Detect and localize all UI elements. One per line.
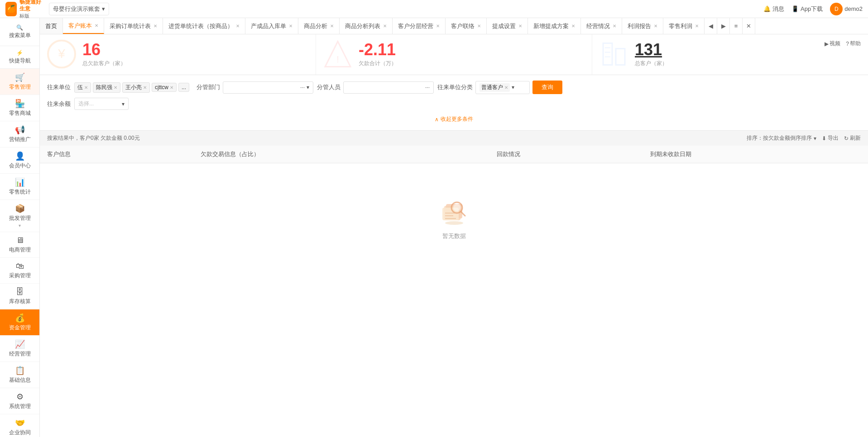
tab-product-analysis[interactable]: 商品分析 ✕ — [298, 18, 340, 34]
tab-home[interactable]: 首页 — [40, 18, 63, 34]
svg-text:!: ! — [336, 54, 339, 64]
tag-wu-close[interactable]: ✕ — [84, 85, 88, 90]
stat-card-customers: ¥ 16 总欠款客户（家） — [40, 34, 316, 75]
help-links: ▶ 视频 ? 帮助 — [825, 40, 861, 48]
tab-close-profit[interactable]: ✕ — [654, 24, 657, 28]
sidebar-item-retail-mall[interactable]: 🏪 零售商城 — [0, 95, 39, 121]
tab-production[interactable]: 产成品入库单 ✕ — [245, 18, 298, 34]
tab-scroll-left[interactable]: ◀ — [705, 18, 717, 34]
tab-customer-contact[interactable]: 客户联络 ✕ — [446, 18, 487, 34]
customer-tier-tab-label: 客户分层经营 — [398, 22, 433, 30]
handshake-icon: 🤝 — [15, 418, 25, 428]
tab-operation-situation[interactable]: 经营情况 ✕ — [581, 18, 622, 34]
tag-wang-close[interactable]: ✕ — [143, 85, 147, 90]
person-icon: 👤 — [15, 151, 25, 161]
sidebar-item-finance[interactable]: 💰 资金管理 — [0, 309, 39, 336]
tab-mention-settings[interactable]: 提成设置 ✕ — [487, 18, 528, 34]
sidebar-item-member[interactable]: 👤 会员中心 — [0, 147, 39, 174]
sidebar-item-operation[interactable]: 📈 经营管理 — [0, 336, 39, 362]
unit-category-close[interactable]: ✕ — [504, 85, 508, 90]
dept-filter: 分管部门 ··· ▾ — [197, 81, 313, 94]
tab-close-operation[interactable]: ✕ — [613, 24, 616, 28]
tag-chen-close[interactable]: ✕ — [114, 85, 117, 90]
sidebar-item-marketing[interactable]: 📢 营销推广 — [0, 121, 39, 147]
stat-bg-yuan: ¥ — [47, 39, 76, 70]
more-label: ... — [182, 84, 186, 90]
filter-area: 往来单位 伍 ✕ 陈民强 ✕ 王小亮 ✕ cjttcw — [40, 75, 868, 131]
tab-close-mention-settings[interactable]: ✕ — [518, 24, 522, 28]
sidebar-label-retail: 零售管理 — [9, 83, 31, 91]
sidebar-item-retail-stats[interactable]: 📊 零售统计 — [0, 174, 39, 200]
tab-close-incoming[interactable]: ✕ — [236, 24, 240, 28]
profit-report-tab-label: 利润报告 — [628, 22, 651, 30]
tab-close-customer-tier[interactable]: ✕ — [436, 24, 440, 28]
home-tab-label: 首页 — [45, 22, 57, 30]
tab-close-product-list[interactable]: ✕ — [383, 24, 387, 28]
user-area[interactable]: D demo2 — [830, 3, 863, 15]
quick-nav-button[interactable]: ⚡ 快捷导航 — [0, 46, 39, 69]
message-button[interactable]: 🔔 消息 — [763, 5, 784, 13]
username: demo2 — [844, 5, 863, 12]
collapse-button[interactable]: ∧ 收起更多条件 — [435, 115, 473, 123]
tag-cj-label: cjttcw — [155, 84, 168, 90]
sidebar-label-retail-stats: 零售统计 — [9, 188, 31, 196]
person-select[interactable]: ··· — [343, 81, 434, 94]
tab-incoming-stats[interactable]: 进货单统计表（按商品） ✕ — [163, 18, 245, 34]
new-mention-tab-label: 新增提成方案 — [533, 22, 569, 30]
retail-profit-tab-label: 零售利润 — [669, 22, 692, 30]
video-link[interactable]: ▶ 视频 — [825, 40, 840, 48]
help-link[interactable]: ? 帮助 — [846, 40, 861, 48]
col-debt-info: 欠款交易信息（占比） — [193, 146, 489, 163]
tab-new-mention[interactable]: 新增提成方案 ✕ — [528, 18, 581, 34]
tab-product-list[interactable]: 商品分析列表 ✕ — [340, 18, 393, 34]
tab-purchase-order[interactable]: 采购订单统计表 ✕ — [104, 18, 163, 34]
tab-retail-profit[interactable]: 零售利润 ✕ — [663, 18, 705, 34]
collapse-icon: ∧ — [435, 116, 439, 123]
sidebar-item-ecommerce[interactable]: 🖥 电商管理 — [0, 232, 39, 258]
tab-close-new-mention[interactable]: ✕ — [571, 24, 575, 28]
refresh-button[interactable]: ↻ 刷新 — [844, 134, 861, 142]
company-selector[interactable]: 母婴行业演示账套 ▾ — [49, 3, 109, 15]
sidebar-item-inventory[interactable]: 🗄 库存核算 — [0, 284, 39, 309]
empty-state-cell: 暂无数据 — [40, 163, 868, 268]
tab-close-customer-contact[interactable]: ✕ — [477, 24, 481, 28]
person-value — [347, 84, 353, 91]
mobile-icon: 📱 — [791, 5, 799, 12]
total-customers2-label: 总客户（家） — [635, 60, 667, 67]
tab-profit-report[interactable]: 利润报告 ✕ — [622, 18, 663, 34]
tab-close-product-analysis[interactable]: ✕ — [330, 24, 334, 28]
sidebar-item-purchase[interactable]: 🛍 采购管理 — [0, 258, 39, 284]
results-actions: 排序：按欠款金额倒序排序 ▾ ⬇ 导出 ↻ 刷新 — [747, 134, 861, 142]
logo-area: 🍊 畅捷通好生意 标版 — [5, 0, 45, 19]
export-button[interactable]: ⬇ 导出 — [822, 134, 839, 142]
sidebar-label-inventory: 库存核算 — [9, 298, 31, 305]
unit-category-select[interactable]: 普通客户 ✕ ▾ — [475, 81, 530, 94]
tab-close-retail-profit[interactable]: ✕ — [695, 24, 699, 28]
query-button[interactable]: 查询 — [532, 81, 562, 94]
unit-category-value: 普通客户 — [481, 84, 503, 91]
sort-select[interactable]: 排序：按欠款金额倒序排序 ▾ — [747, 134, 816, 142]
tag-cj-close[interactable]: ✕ — [170, 85, 173, 90]
app-download-button[interactable]: 📱 App下载 — [791, 5, 823, 13]
filter-tag-more[interactable]: ... — [178, 83, 189, 92]
tab-close-production[interactable]: ✕ — [289, 24, 293, 28]
tab-customer-book[interactable]: 客户账本 ✕ — [63, 18, 104, 34]
sidebar-item-retail[interactable]: 🛒 零售管理 — [0, 69, 39, 95]
tab-customer-tier[interactable]: 客户分层经营 ✕ — [393, 18, 446, 34]
tab-scroll-right[interactable]: ▶ — [717, 18, 730, 34]
sidebar-item-system[interactable]: ⚙ 系统管理 — [0, 388, 39, 414]
sidebar-item-collab[interactable]: 🤝 企业协同 — [0, 414, 39, 437]
message-label: 消息 — [772, 5, 784, 13]
tab-close-all[interactable]: ✕ — [743, 18, 755, 34]
sidebar-item-basic[interactable]: 📋 基础信息 — [0, 362, 39, 388]
stat-bg-building — [599, 39, 628, 70]
tab-more[interactable]: ≡ — [730, 18, 743, 34]
dept-select[interactable]: ··· ▾ — [223, 81, 313, 94]
filter-tag-cj: cjttcw ✕ — [152, 83, 177, 92]
search-menu-button[interactable]: 🔍 搜索菜单 — [4, 22, 36, 42]
tab-close-purchase[interactable]: ✕ — [153, 24, 157, 28]
balance-input[interactable]: 选择... ▾ — [74, 98, 129, 110]
sidebar-item-batch[interactable]: 📦 批发管理 ▾ — [0, 200, 39, 232]
stat-card-debt: ! -2.11 欠款合计（万） — [316, 34, 592, 75]
tab-close-customer-book[interactable]: ✕ — [95, 23, 98, 28]
